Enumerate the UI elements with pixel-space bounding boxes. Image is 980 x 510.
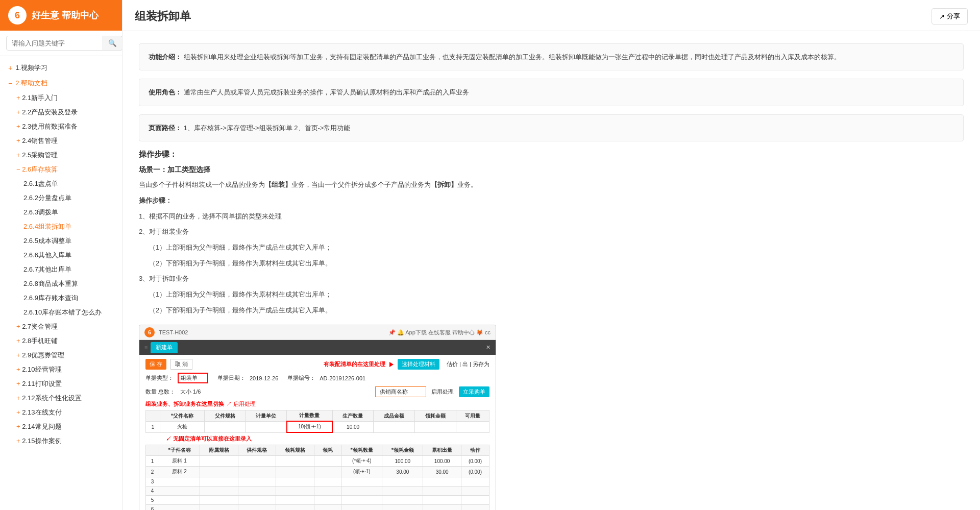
ss-col-prod-amt: 成品金额 <box>374 410 415 422</box>
app-title: 好生意 帮助中心 <box>32 9 99 21</box>
sidebar-item-video-learning[interactable]: + 1.视频学习 <box>0 60 122 76</box>
ss-col-parent-name: *父件名称 <box>160 410 205 422</box>
sidebar-item-cases[interactable]: + 2.15操作案例 <box>0 434 122 448</box>
ss-prod-qty: 10.00 <box>332 421 374 432</box>
ss-nav-close: ✕ <box>486 344 491 351</box>
ss-col-supply-spec: 供件规格 <box>238 445 276 456</box>
ss-annotation4: ↙ 无固定清单可以直接在这里录入 <box>166 435 252 443</box>
sidebar-item-coupon[interactable]: + 2.9优惠券管理 <box>0 348 122 362</box>
main-content-area: 组装拆卸单 ↗ 分享 功能介绍： 组装拆卸单用来处理企业组装或拆卸等加工业务，支… <box>122 0 980 510</box>
ss-tabs: 估价 | 出 | 另存为 <box>447 360 489 368</box>
ss-annotation2: 组装业务、拆卸业务在这里切换 <box>145 400 224 408</box>
ss-topbar-icons: 📌 🔔 App下载 在线客服 帮助中心 🦊 cc <box>388 329 491 336</box>
ss-qty: 10(领·+·1) <box>287 421 332 432</box>
screenshot-topbar: 6 TEST-H002 📌 🔔 App下载 在线客服 帮助中心 🦊 cc <box>139 325 496 340</box>
table-row: 1 火枪 10(领·+·1) 10.00 <box>146 421 489 432</box>
scenario1-desc: 当由多个子件材料组装成一个成品的业务为【组装】业务，当由一个父件拆分成多个子产品… <box>139 179 964 191</box>
sidebar-item-label: 2.6.6其他入库单 <box>23 251 71 259</box>
intro-path: 页面路径： 1、库存核算->库存管理->组装拆卸单 2、首页->常用功能 <box>139 114 964 141</box>
sidebar-item-data-prep[interactable]: + 2.3使用前数据准备 <box>0 119 122 134</box>
sidebar-item-mobile[interactable]: + 2.8手机旺铺 <box>0 334 122 348</box>
ss-col-checkbox2 <box>146 445 159 456</box>
assembly-step2: （2）下部明细为子件明细，最终作为原材料生成其它出库单。 <box>139 257 964 270</box>
expand-icon: + <box>16 151 20 159</box>
ss-type-value: 组装单 <box>178 373 208 383</box>
ss-col-parent-spec: 父件规格 <box>204 410 246 422</box>
expand-icon: + <box>16 94 20 102</box>
sidebar-item-help-docs[interactable]: − 2.帮助文档 <box>0 76 122 91</box>
sidebar-item-print[interactable]: + 2.11打印设置 <box>0 377 122 391</box>
ss-avail <box>456 421 489 432</box>
sidebar-item-beginner[interactable]: + 2.1新手入门 <box>0 91 122 105</box>
search-button[interactable]: 🔍 <box>103 36 122 51</box>
expand-icon: + <box>8 64 12 72</box>
assembly-step1: （1）上部明细为父件明细，最终作为产成品生成其它入库单； <box>139 241 964 254</box>
ss-unit <box>246 421 287 432</box>
ss-col-unit: 计量单位 <box>246 410 287 422</box>
sidebar-item-cost-adjust[interactable]: 2.6.5成本调整单 <box>0 234 122 248</box>
sidebar-item-finance[interactable]: + 2.7资金管理 <box>0 320 122 334</box>
page-header: 组装拆卸单 ↗ 分享 <box>122 0 980 31</box>
sidebar-item-inventory[interactable]: − 2.6库存核算 <box>0 162 122 177</box>
share-button[interactable]: ↗ 分享 <box>932 8 968 25</box>
sidebar-item-label: 1.视频学习 <box>15 63 47 72</box>
ss-type-label: 单据类型： <box>145 374 174 382</box>
sidebar-item-label: 2.14常见问题 <box>22 423 61 430</box>
table-row: 1 原料 1 (*领·+·4) 100.00 100.00 (0.00) <box>146 456 489 467</box>
sidebar-item-customization[interactable]: + 2.12系统个性化设置 <box>0 391 122 405</box>
sidebar-item-stocktake[interactable]: 2.6.1盘点单 <box>0 177 122 191</box>
search-input[interactable] <box>6 36 103 51</box>
sidebar-item-sales[interactable]: + 2.4销售管理 <box>0 134 122 148</box>
sidebar-item-label: 2.6.4组装拆卸单 <box>23 223 71 230</box>
ss-child-table: *子件名称 附属规格 供件规格 领耗规格 领耗 *领耗数量 *领耗金额 累积出量… <box>145 445 489 510</box>
table-row: 5 <box>146 496 489 505</box>
ss-save-btn: 保 存 <box>145 359 166 370</box>
table-row: 2 原料 2 (领·+·1) 30.00 30.00 (0.00) <box>146 467 489 477</box>
ss-date-value: 2019-12-26 <box>250 375 278 381</box>
ss-col-qty: 计量数量 <box>287 410 332 422</box>
ss-col-prod-qty: 生产数量 <box>332 410 374 422</box>
sidebar-item-label: 2.11打印设置 <box>22 380 61 387</box>
collapse-icon: − <box>8 79 12 87</box>
ss-supplier-input: 供销商名称 <box>375 386 426 397</box>
ss-code-value: AD-20191226-001 <box>320 375 365 381</box>
sidebar-item-label: 2.6.8商品成本重算 <box>23 280 78 287</box>
sidebar-item-install[interactable]: + 2.2产品安装及登录 <box>0 105 122 119</box>
ss-row-num: 1 <box>146 421 160 432</box>
ss-form-fields: 单据类型： 组装单 单据日期： 2019-12-26 单据编号： AD-2019… <box>145 373 489 383</box>
step2: 2、对于组装业务 <box>139 226 964 238</box>
expand-icon: + <box>16 108 20 116</box>
operation-title: 操作步骤： <box>139 150 964 159</box>
sidebar-item-inventory-query[interactable]: 2.6.9库存账本查询 <box>0 291 122 305</box>
ss-nav-icon: ≡ <box>144 345 148 351</box>
sidebar-item-assembly[interactable]: 2.6.4组装拆卸单 <box>0 220 122 234</box>
search-icon: 🔍 <box>108 39 117 47</box>
sidebar-item-payment[interactable]: + 2.13在线支付 <box>0 405 122 420</box>
ss-col-cost-amt: 领耗金额 <box>414 410 456 422</box>
sidebar-item-cost-recalc[interactable]: 2.6.8商品成本重算 <box>0 277 122 291</box>
sidebar-item-other-in[interactable]: 2.6.6其他入库单 <box>0 248 122 262</box>
ss-col-child-name: *子件名称 <box>159 445 200 456</box>
ss-col-action: 动作 <box>461 445 489 456</box>
ss-annotation4-row: ↙ 无固定清单可以直接在这里录入 <box>145 435 489 443</box>
disassembly-step2: （2）下部明细为子件明细，最终作为产成品生成其它入库单。 <box>139 304 964 317</box>
ss-tab-new: 新建单 <box>151 342 178 353</box>
screenshot-content: 保 存 取 消 有装配清单的在这里处理 选择处理材料 估价 | 出 | 另存为 … <box>139 355 496 510</box>
sidebar-item-label: 2.6库存核算 <box>22 165 58 173</box>
sidebar-item-other-out[interactable]: 2.6.7其他出库单 <box>0 262 122 277</box>
sidebar-item-label: 2.6.1盘点单 <box>23 180 58 187</box>
ss-parent-spec <box>204 421 246 432</box>
sidebar-item-operations[interactable]: + 2.10经营管理 <box>0 362 122 377</box>
ss-col-consume: 领耗 <box>314 445 341 456</box>
sidebar-item-transfer[interactable]: 2.6.3调拨单 <box>0 205 122 220</box>
sidebar-item-inventory-fix[interactable]: 2.6.10库存账本错了怎么办 <box>0 305 122 320</box>
ss-col-checkbox <box>146 410 160 422</box>
sidebar-item-label: 2.6.7其他出库单 <box>23 265 71 273</box>
sidebar-item-partial-stocktake[interactable]: 2.6.2分量盘点单 <box>0 191 122 205</box>
ss-annotation1: 有装配清单的在这里处理 <box>324 360 385 368</box>
sidebar-item-purchase[interactable]: + 2.5采购管理 <box>0 148 122 162</box>
sidebar-item-faq[interactable]: + 2.14常见问题 <box>0 420 122 434</box>
share-icon: ↗ <box>939 13 945 20</box>
main-content: 功能介绍： 组装拆卸单用来处理企业组装或拆卸等加工业务，支持有固定装配清单的产品… <box>122 31 980 510</box>
sidebar-item-label: 2.3使用前数据准备 <box>22 123 78 130</box>
